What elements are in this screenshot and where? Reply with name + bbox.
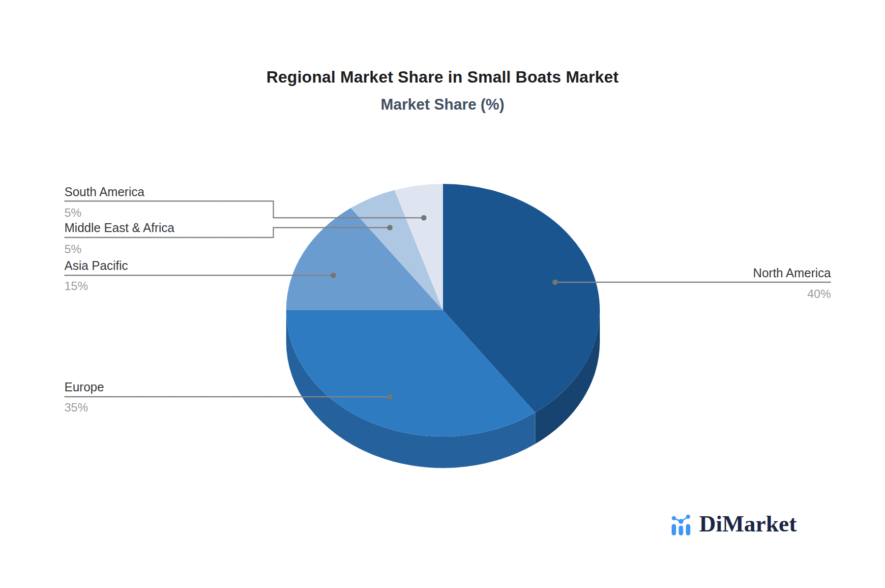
leader-dot-4 <box>421 215 427 221</box>
pie-chart <box>0 0 885 588</box>
pie-chart-figure: Regional Market Share in Small Boats Mar… <box>0 0 885 588</box>
slice-label-north-america: North America <box>753 266 831 280</box>
dimarket-logo: DiMarket <box>670 512 796 535</box>
slice-label-middle-east-africa: Middle East & Africa <box>64 221 175 235</box>
slice-value-middle-east-africa: 5% <box>64 243 82 256</box>
logo-text: DiMarket <box>699 512 796 535</box>
slice-value-south-america: 5% <box>64 206 82 219</box>
leader-dot-3 <box>387 225 393 231</box>
slice-value-europe: 35% <box>64 401 88 414</box>
slice-label-europe: Europe <box>64 381 104 394</box>
slice-label-south-america: South America <box>64 185 145 199</box>
slice-label-asia-pacific: Asia Pacific <box>64 259 128 273</box>
slice-value-asia-pacific: 15% <box>64 280 88 293</box>
leader-dot-1 <box>387 394 393 400</box>
slice-value-north-america: 40% <box>807 288 831 300</box>
leader-dot-2 <box>331 273 336 278</box>
bar-chart-trend-icon <box>670 513 692 535</box>
leader-dot-0 <box>553 280 558 285</box>
